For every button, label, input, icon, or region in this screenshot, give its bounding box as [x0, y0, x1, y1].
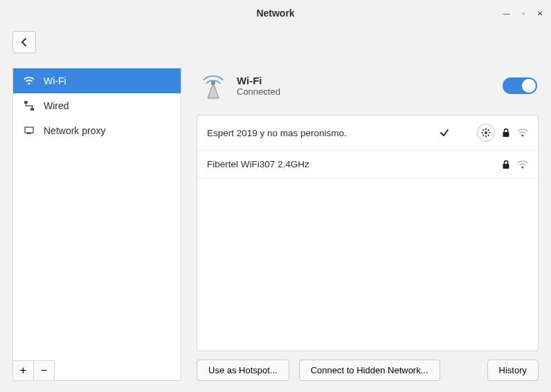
main-titles: Wi-Fi Connected: [237, 75, 494, 97]
sidebar-footer: + −: [13, 360, 55, 380]
svg-point-5: [211, 81, 215, 85]
lock-icon: [502, 128, 510, 138]
proxy-icon: [23, 126, 35, 136]
svg-point-0: [28, 82, 30, 84]
main-header: Wi-Fi Connected: [197, 68, 539, 106]
svg-rect-4: [27, 133, 31, 134]
minimize-button[interactable]: —: [503, 10, 509, 17]
window-title: Network: [256, 8, 294, 19]
toggle-knob: [522, 79, 536, 93]
sidebar-item-wifi[interactable]: Wi-Fi: [13, 68, 181, 93]
network-row[interactable]: Espert 2019 y no mas peronismo.: [197, 115, 538, 151]
wifi-toggle[interactable]: [503, 77, 537, 94]
header-row: [0, 26, 551, 58]
network-name: Fibertel WiFi307 2.4GHz: [207, 159, 495, 169]
lock-icon: [502, 160, 510, 169]
wired-icon: [23, 100, 35, 111]
maximize-button[interactable]: ▫: [522, 10, 525, 17]
sidebar-item-wired[interactable]: Wired: [13, 93, 181, 118]
page-title: Wi-Fi: [237, 75, 494, 86]
content-area: Wi-Fi Wired Network proxy + −: [0, 58, 551, 392]
svg-line-11: [482, 129, 484, 131]
wifi-antenna-icon: [198, 71, 228, 101]
signal-icon: [517, 128, 528, 138]
svg-rect-2: [30, 108, 34, 111]
svg-rect-17: [503, 164, 509, 169]
svg-line-14: [488, 129, 489, 131]
signal-icon: [517, 160, 528, 169]
svg-point-18: [521, 166, 523, 168]
svg-line-12: [488, 135, 489, 136]
sidebar-item-label: Wired: [44, 100, 69, 111]
close-button[interactable]: ✕: [537, 10, 543, 17]
main-panel: Wi-Fi Connected Espert 2019 y no mas per…: [197, 68, 539, 381]
sidebar-list: Wi-Fi Wired Network proxy: [13, 68, 181, 360]
sidebar-item-proxy[interactable]: Network proxy: [13, 118, 181, 143]
bottom-button-row: Use as Hotspot... Connect to Hidden Netw…: [197, 360, 539, 381]
gear-icon: [481, 128, 491, 138]
sidebar-item-label: Wi-Fi: [44, 75, 66, 86]
back-button[interactable]: [12, 31, 36, 53]
add-connection-button[interactable]: +: [13, 361, 34, 380]
network-row[interactable]: Fibertel WiFi307 2.4GHz: [197, 151, 538, 178]
connection-status: Connected: [237, 86, 494, 97]
svg-rect-3: [25, 127, 33, 133]
network-name: Espert 2019 y no mas peronismo.: [207, 128, 433, 138]
titlebar: Network — ▫ ✕: [0, 0, 551, 26]
svg-point-6: [485, 131, 487, 134]
network-settings-button[interactable]: [477, 124, 495, 142]
sidebar: Wi-Fi Wired Network proxy + −: [12, 68, 181, 381]
svg-line-13: [482, 135, 484, 136]
chevron-left-icon: [21, 37, 28, 47]
window-controls: — ▫ ✕: [503, 0, 543, 26]
svg-point-16: [521, 134, 523, 136]
connect-hidden-button[interactable]: Connect to Hidden Network...: [299, 360, 440, 381]
history-button[interactable]: History: [487, 360, 539, 381]
hotspot-button[interactable]: Use as Hotspot...: [197, 360, 289, 381]
svg-rect-1: [24, 101, 28, 104]
check-icon: [440, 128, 449, 138]
svg-rect-15: [503, 132, 509, 137]
remove-connection-button[interactable]: −: [34, 361, 55, 380]
network-list: Espert 2019 y no mas peronismo. Fibertel…: [197, 115, 539, 351]
sidebar-item-label: Network proxy: [44, 125, 105, 136]
wifi-icon: [23, 76, 35, 86]
